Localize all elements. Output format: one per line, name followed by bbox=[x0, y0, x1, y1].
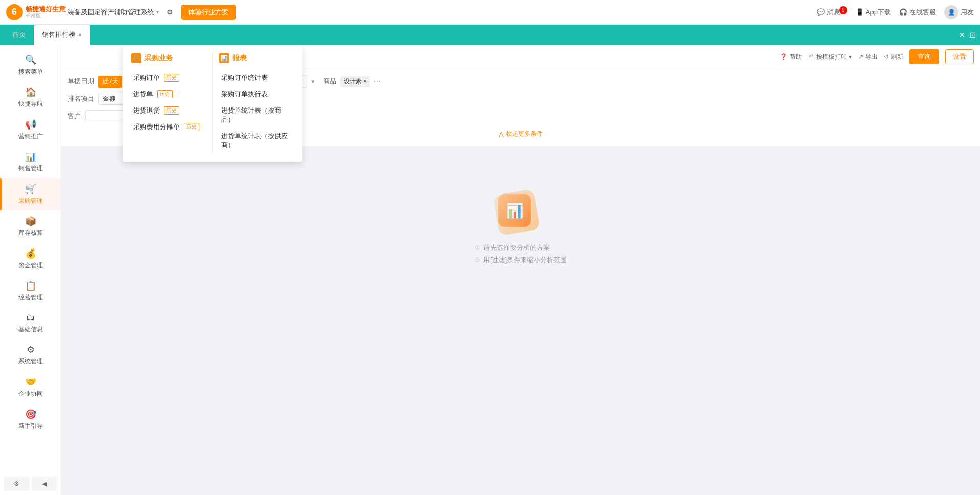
nav-center: 装备及固定资产辅助管理系统 ▾ ⚙ 体验行业方案 bbox=[68, 5, 817, 20]
sidebar-item-search[interactable]: 🔍 搜索菜单 bbox=[0, 49, 61, 81]
hint-text-2: 用[过滤]条件来缩小分析范围 bbox=[483, 255, 567, 265]
dropdown-right-title: 📊 报表 bbox=[219, 53, 294, 63]
refresh-icon: ↺ bbox=[884, 53, 889, 60]
goods-more-btn[interactable]: ··· bbox=[374, 77, 380, 86]
empty-hint-2: ② 用[过滤]条件来缩小分析范围 bbox=[475, 255, 567, 265]
filter-date-label: 单据日期 bbox=[68, 77, 94, 86]
message-icon: 💬 bbox=[817, 8, 825, 16]
logo-icon: 6 bbox=[6, 4, 23, 20]
refresh-btn[interactable]: ↺ 刷新 bbox=[884, 53, 903, 61]
sidebar-item-quick-nav[interactable]: 🏠 快捷导航 bbox=[0, 81, 61, 114]
help-icon: ❓ bbox=[780, 53, 787, 60]
close-window-icon[interactable]: ✕ bbox=[958, 30, 965, 40]
base-info-icon: 🗂 bbox=[26, 312, 35, 323]
help-btn[interactable]: ❓ 帮助 bbox=[780, 53, 802, 61]
system-title: 装备及固定资产辅助管理系统 ▾ bbox=[68, 8, 159, 17]
logo-text: 畅捷通好生意 标准版 bbox=[26, 5, 66, 19]
marketing-icon: 📢 bbox=[25, 119, 36, 130]
purchase-icon: 🛒 bbox=[25, 183, 36, 195]
industry-button[interactable]: 体验行业方案 bbox=[181, 5, 236, 20]
sidebar-item-purchase[interactable]: 🛒 采购管理 bbox=[0, 178, 61, 210]
finance-icon: 💰 bbox=[25, 248, 36, 259]
sidebar-item-guide[interactable]: 🎯 新手引导 bbox=[0, 403, 61, 436]
sidebar-item-finance[interactable]: 💰 资金管理 bbox=[0, 243, 61, 275]
sidebar-settings-btn[interactable]: ⚙ bbox=[4, 477, 30, 491]
dropdown-item-report-1[interactable]: 采购订单统计表 bbox=[219, 70, 294, 86]
avatar: 👤 bbox=[944, 5, 958, 19]
dropdown-left-title: 🛒 采购业务 bbox=[131, 53, 206, 63]
dropdown-item-report-2[interactable]: 采购订单执行表 bbox=[219, 86, 294, 102]
dropdown-item-report-3[interactable]: 进货单统计表（按商品） bbox=[219, 102, 294, 128]
dropdown-divider bbox=[212, 53, 213, 154]
user-item[interactable]: 👤 用友 bbox=[944, 5, 974, 19]
collapse-btn[interactable]: ⋀ 收起更多条件 bbox=[499, 130, 543, 138]
dropdown-right-col: 📊 报表 采购订单统计表 采购订单执行表 进货单统计表（按商品） 进货单统计表（… bbox=[219, 53, 294, 154]
online-service-item[interactable]: 🎧 在线客服 bbox=[899, 8, 936, 17]
goods-tag-close-icon[interactable]: × bbox=[363, 78, 367, 85]
maximize-icon[interactable]: ⊡ bbox=[969, 30, 976, 40]
operations-icon: 📋 bbox=[25, 280, 36, 291]
history-badge-2[interactable]: 历史 bbox=[164, 106, 179, 115]
sidebar-item-base-info[interactable]: 🗂 基础信息 bbox=[0, 307, 61, 339]
app-download-item[interactable]: 📱 App下载 bbox=[856, 8, 891, 17]
sidebar-item-enterprise[interactable]: 🤝 企业协同 bbox=[0, 371, 61, 403]
enterprise-icon: 🤝 bbox=[25, 376, 36, 388]
tab-sales-ranking[interactable]: 销售排行榜 × bbox=[34, 25, 90, 45]
history-badge-1[interactable]: 历史 bbox=[157, 90, 173, 98]
nav-right: 💬 消息 9 📱 App下载 🎧 在线客服 👤 用友 bbox=[817, 5, 974, 19]
headset-icon: 🎧 bbox=[899, 8, 907, 16]
filter-expand-icon: ▾ bbox=[311, 78, 315, 85]
sidebar-item-operations[interactable]: 📋 经营管理 bbox=[0, 275, 61, 307]
goods-tag[interactable]: 设计素 × bbox=[340, 76, 370, 87]
tab-bar: 首页 销售排行榜 × ✕ ⊡ bbox=[0, 25, 980, 45]
top-nav: 6 畅捷通好生意 标准版 装备及固定资产辅助管理系统 ▾ ⚙ 体验行业方案 💬 … bbox=[0, 0, 980, 25]
empty-icon-main: 📊 bbox=[498, 194, 531, 227]
tab-close-icon[interactable]: × bbox=[78, 31, 82, 38]
sidebar-item-inventory[interactable]: 📦 库存核算 bbox=[0, 210, 61, 243]
print-dropdown-icon: ▾ bbox=[849, 53, 852, 60]
filter-goods: 商品 设计素 × ··· bbox=[323, 76, 380, 87]
sales-icon: 📊 bbox=[25, 151, 36, 162]
sidebar-collapse-btn[interactable]: ◀ bbox=[32, 477, 57, 491]
purchase-title-icon: 🛒 bbox=[131, 53, 141, 63]
print-icon: 🖨 bbox=[808, 53, 814, 60]
main-content: 🛒 采购业务 采购订单 历史 进货单 历史 进货退货 历史 采购费用分摊单 bbox=[61, 45, 980, 495]
dropdown-item-report-4[interactable]: 进货单统计表（按供应商） bbox=[219, 128, 294, 154]
system-icon: ⚙ bbox=[27, 344, 35, 355]
export-icon: ↗ bbox=[858, 53, 863, 60]
dropdown-item-purchase-return[interactable]: 进货退货 历史 bbox=[131, 102, 206, 119]
export-btn[interactable]: ↗ 导出 bbox=[858, 53, 878, 61]
chevron-down-icon[interactable]: ▾ bbox=[156, 9, 159, 15]
empty-state: 📊 ① 请先选择要分析的方案 ② 用[过滤]条件来缩小分析范围 bbox=[61, 147, 980, 306]
sidebar-item-system[interactable]: ⚙ 系统管理 bbox=[0, 339, 61, 371]
report-title-icon: 📊 bbox=[219, 53, 229, 63]
print-btn[interactable]: 🖨 按模板打印 ▾ bbox=[808, 53, 852, 61]
message-item[interactable]: 💬 消息 9 bbox=[817, 8, 847, 17]
hint-num-1: ① bbox=[475, 244, 480, 251]
guide-icon: 🎯 bbox=[25, 408, 36, 420]
settings-button[interactable]: 设置 bbox=[945, 49, 974, 64]
dropdown-item-purchase-order[interactable]: 采购订单 历史 bbox=[131, 70, 206, 86]
tab-right-controls: ✕ ⊡ bbox=[958, 30, 976, 40]
date-chip-7days[interactable]: 近7天 bbox=[98, 76, 122, 88]
sidebar-item-marketing[interactable]: 📢 营销推广 bbox=[0, 114, 61, 146]
empty-hints: ① 请先选择要分析的方案 ② 用[过滤]条件来缩小分析范围 bbox=[475, 243, 567, 265]
settings-icon-btn[interactable]: ⚙ bbox=[163, 5, 177, 19]
tab-home[interactable]: 首页 bbox=[4, 25, 34, 45]
sidebar-item-sales[interactable]: 📊 销售管理 bbox=[0, 146, 61, 178]
search-icon: 🔍 bbox=[25, 54, 36, 66]
home-icon: 🏠 bbox=[25, 87, 36, 98]
dropdown-item-purchase-expense[interactable]: 采购费用分摊单 历史 bbox=[131, 119, 206, 135]
logo-area: 6 畅捷通好生意 标准版 bbox=[6, 4, 68, 20]
query-button[interactable]: 查询 bbox=[909, 49, 939, 64]
phone-icon: 📱 bbox=[856, 8, 864, 16]
filter-goods-label: 商品 bbox=[323, 77, 336, 86]
collapse-up-icon: ⋀ bbox=[499, 131, 504, 138]
history-badge-3[interactable]: 历史 bbox=[184, 123, 199, 131]
logo-subtitle: 标准版 bbox=[26, 13, 66, 19]
history-badge-0[interactable]: 历史 bbox=[164, 74, 179, 82]
inventory-icon: 📦 bbox=[25, 216, 36, 227]
message-badge: 9 bbox=[839, 6, 847, 14]
hint-num-2: ② bbox=[475, 256, 480, 264]
dropdown-item-purchase-receipt[interactable]: 进货单 历史 bbox=[131, 86, 206, 102]
